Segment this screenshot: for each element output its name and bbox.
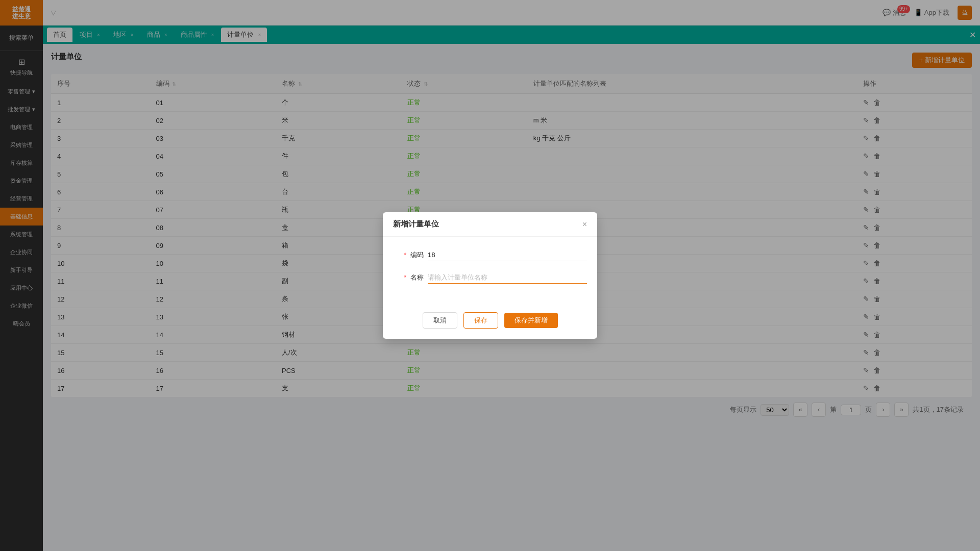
cancel-button[interactable]: 取消 <box>423 312 457 329</box>
code-label: * 编码 <box>393 251 424 260</box>
modal-title: 新增计量单位 <box>393 219 439 229</box>
name-label: * 名称 <box>393 273 424 282</box>
modal-footer: 取消 保存 保存并新增 <box>383 306 597 339</box>
modal-overlay: 新增计量单位 × * 编码 * 名称 取消 保存 保存并新增 <box>0 0 980 551</box>
code-required-mark: * <box>404 251 406 259</box>
modal-close-button[interactable]: × <box>582 220 587 229</box>
add-unit-modal: 新增计量单位 × * 编码 * 名称 取消 保存 保存并新增 <box>383 212 597 339</box>
save-button[interactable]: 保存 <box>463 312 498 329</box>
name-input[interactable] <box>428 271 587 284</box>
name-form-row: * 名称 <box>393 271 587 284</box>
save-add-button[interactable]: 保存并新增 <box>504 313 558 328</box>
name-required-mark: * <box>404 273 406 281</box>
code-input[interactable] <box>428 249 587 261</box>
code-form-row: * 编码 <box>393 249 587 261</box>
modal-header: 新增计量单位 × <box>383 212 597 237</box>
modal-body: * 编码 * 名称 <box>383 237 597 306</box>
